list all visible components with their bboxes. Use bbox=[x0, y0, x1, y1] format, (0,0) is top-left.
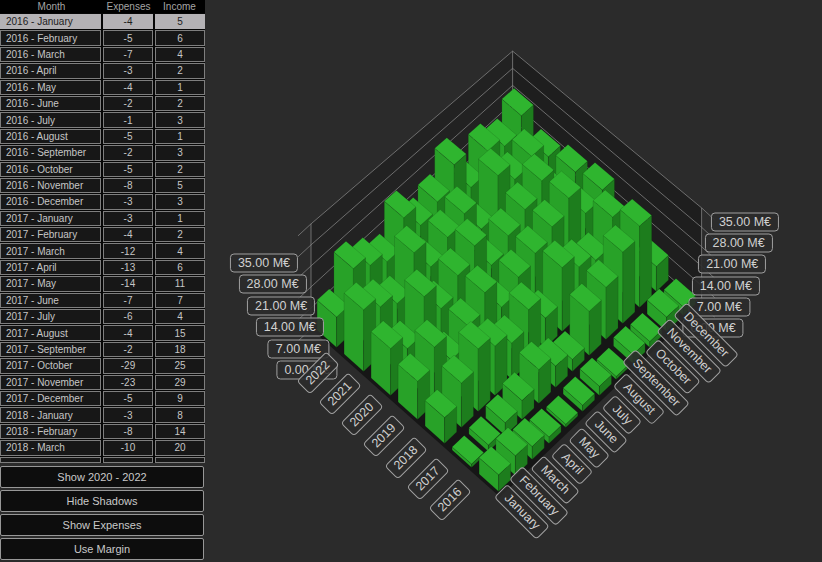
table-row[interactable]: 2017 - July-64 bbox=[0, 309, 205, 324]
table-row[interactable]: 2017 - December-59 bbox=[0, 391, 205, 406]
use-margin-button[interactable]: Use Margin bbox=[0, 538, 204, 560]
cell-month: 2016 - December bbox=[0, 194, 101, 209]
table-row[interactable]: 2018 - January-38 bbox=[0, 407, 205, 422]
cell-expenses: -5 bbox=[103, 162, 153, 177]
table-body: 2016 - January-452016 - February-562016 … bbox=[0, 13, 205, 463]
table-row[interactable]: 2017 - October-2925 bbox=[0, 358, 205, 373]
cell-expenses: -3 bbox=[103, 407, 153, 422]
cell-income: 15 bbox=[155, 325, 205, 340]
table-row[interactable]: 2016 - April-32 bbox=[0, 63, 205, 78]
bar-face bbox=[478, 338, 490, 411]
value-axis-label-left: 14.00 M€ bbox=[256, 318, 324, 337]
table-row[interactable]: 2016 - May-41 bbox=[0, 80, 205, 95]
column-header-month: Month bbox=[0, 1, 103, 12]
table-row[interactable]: 2016 - September-23 bbox=[0, 145, 205, 160]
cell-income: 3 bbox=[155, 194, 205, 209]
bar-face bbox=[640, 215, 652, 307]
cell-month: 2016 - October bbox=[0, 162, 101, 177]
grid-line bbox=[298, 224, 311, 236]
cell-income: 6 bbox=[155, 260, 205, 275]
value-axis-label-right: 14.00 M€ bbox=[692, 276, 760, 295]
table-row[interactable]: 2016 - January-45 bbox=[0, 14, 205, 29]
cell-month: 2018 - March bbox=[0, 440, 101, 455]
column-header-expenses: Expenses bbox=[103, 1, 154, 12]
cell-month: 2016 - July bbox=[0, 112, 101, 127]
table-row[interactable]: 2017 - August-415 bbox=[0, 325, 205, 340]
table-row[interactable]: 2017 - April-136 bbox=[0, 260, 205, 275]
data-table-panel: Month Expenses Income 2016 - January-452… bbox=[0, 0, 205, 562]
cell-income: 4 bbox=[155, 47, 205, 62]
table-row[interactable]: 2017 - February-42 bbox=[0, 227, 205, 242]
table-header: Month Expenses Income bbox=[0, 0, 205, 13]
cell-expenses: -2 bbox=[103, 145, 153, 160]
hide-shadows-button[interactable]: Hide Shadows bbox=[0, 490, 204, 512]
cell-expenses: -13 bbox=[103, 260, 153, 275]
cell-month: 2017 - February bbox=[0, 227, 101, 242]
cell-income: 18 bbox=[155, 342, 205, 357]
table-row[interactable]: 2016 - August-51 bbox=[0, 129, 205, 144]
table-row[interactable]: 2018 - February-814 bbox=[0, 424, 205, 439]
table-row[interactable]: 2017 - June-77 bbox=[0, 293, 205, 308]
cell-income: 3 bbox=[155, 112, 205, 127]
cell-expenses: -7 bbox=[103, 293, 153, 308]
table-row-partial bbox=[0, 457, 205, 463]
cell-income: 4 bbox=[155, 309, 205, 324]
table-row[interactable]: 2016 - February-56 bbox=[0, 30, 205, 45]
table-row[interactable]: 2018 - March-1020 bbox=[0, 440, 205, 455]
table-row[interactable]: 2016 - June-22 bbox=[0, 96, 205, 111]
cell-expenses: -12 bbox=[103, 243, 153, 258]
cell-month: 2017 - November bbox=[0, 375, 101, 390]
table-row[interactable]: 2017 - May-1411 bbox=[0, 276, 205, 291]
cell-month: 2017 - August bbox=[0, 325, 101, 340]
cell-expenses: -10 bbox=[103, 440, 153, 455]
cell-income: 11 bbox=[155, 276, 205, 291]
table-row[interactable]: 2017 - January-31 bbox=[0, 211, 205, 226]
table-row[interactable]: 2017 - September-218 bbox=[0, 342, 205, 357]
cell-expenses: -2 bbox=[103, 342, 153, 357]
table-row[interactable]: 2016 - July-13 bbox=[0, 112, 205, 127]
cell-month: 2017 - July bbox=[0, 309, 101, 324]
value-axis-label-right: 21.00 M€ bbox=[698, 255, 766, 274]
cell-month: 2016 - August bbox=[0, 129, 101, 144]
cell-income: 14 bbox=[155, 424, 205, 439]
bar-face bbox=[623, 241, 635, 323]
cell-expenses: -3 bbox=[103, 194, 153, 209]
cell-income: 2 bbox=[155, 96, 205, 111]
cell-expenses: -5 bbox=[103, 30, 153, 45]
cell-month: 2017 - June bbox=[0, 293, 101, 308]
cell-month: 2016 - May bbox=[0, 80, 101, 95]
cell-income: 6 bbox=[155, 30, 205, 45]
cell-income: 20 bbox=[155, 440, 205, 455]
cell-expenses: -8 bbox=[103, 178, 153, 193]
cell-expenses: -5 bbox=[103, 129, 153, 144]
cell-empty bbox=[0, 457, 101, 463]
cell-month: 2017 - April bbox=[0, 260, 101, 275]
cell-month: 2017 - January bbox=[0, 211, 101, 226]
cell-month: 2016 - November bbox=[0, 178, 101, 193]
cell-income: 2 bbox=[155, 63, 205, 78]
value-axis-label-right: 28.00 M€ bbox=[705, 234, 773, 253]
cell-income: 4 bbox=[155, 243, 205, 258]
cell-month: 2017 - December bbox=[0, 391, 101, 406]
cell-income: 3 bbox=[155, 145, 205, 160]
cell-month: 2016 - April bbox=[0, 63, 101, 78]
cell-expenses: -4 bbox=[103, 227, 153, 242]
cell-income: 8 bbox=[155, 407, 205, 422]
table-row[interactable]: 2016 - March-74 bbox=[0, 47, 205, 62]
table-row[interactable]: 2016 - December-33 bbox=[0, 194, 205, 209]
cell-month: 2017 - October bbox=[0, 358, 101, 373]
table-row[interactable]: 2016 - October-52 bbox=[0, 162, 205, 177]
table-row[interactable]: 2016 - November-85 bbox=[0, 178, 205, 193]
cell-income: 5 bbox=[155, 14, 205, 29]
cell-month: 2017 - September bbox=[0, 342, 101, 357]
show-years-button[interactable]: Show 2020 - 2022 bbox=[0, 466, 204, 488]
cell-expenses: -8 bbox=[103, 424, 153, 439]
table-row[interactable]: 2017 - November-2329 bbox=[0, 375, 205, 390]
cell-income: 25 bbox=[155, 358, 205, 373]
value-axis-label-left: 28.00 M€ bbox=[238, 275, 306, 294]
cell-income: 7 bbox=[155, 293, 205, 308]
cell-expenses: -3 bbox=[103, 211, 153, 226]
show-expenses-button[interactable]: Show Expenses bbox=[0, 514, 204, 536]
cell-expenses: -29 bbox=[103, 358, 153, 373]
table-row[interactable]: 2017 - March-124 bbox=[0, 243, 205, 258]
